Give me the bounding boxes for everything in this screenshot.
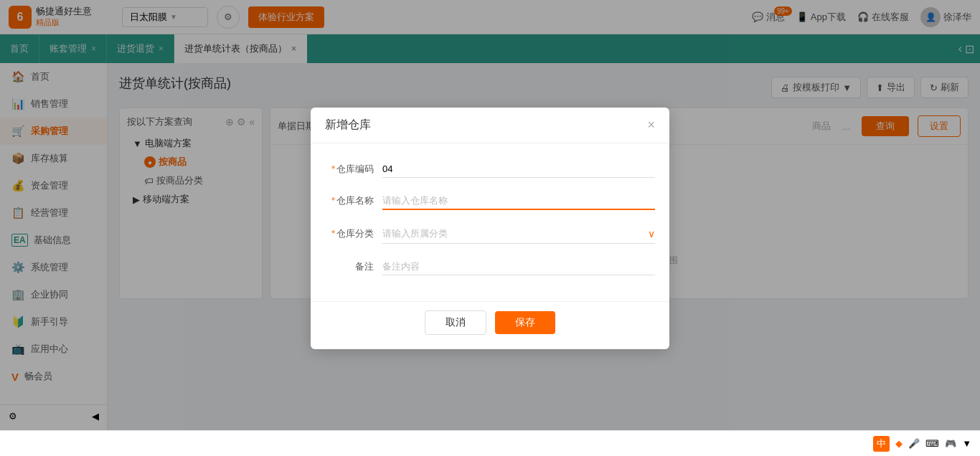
bottom-bar: 中 ◆ 🎤 ⌨ 🎮 ▼ [0, 430, 980, 456]
code-label: 仓库编码 [325, 163, 382, 176]
new-warehouse-dialog: 新增仓库 × 仓库编码 仓库名称 仓库分类 请输入所属分类 ∨ [311, 108, 669, 349]
bottom-chevron-icon[interactable]: ▼ [962, 438, 971, 449]
dialog-header: 新增仓库 × [311, 108, 669, 143]
dialog-title: 新增仓库 [325, 118, 371, 133]
form-row-code: 仓库编码 [325, 161, 655, 178]
code-input[interactable] [382, 161, 655, 178]
dialog-footer: 取消 保存 [311, 302, 669, 349]
form-row-name: 仓库名称 [325, 192, 655, 210]
name-input[interactable] [382, 192, 655, 210]
form-row-category: 仓库分类 请输入所属分类 ∨ [325, 224, 655, 244]
remark-input[interactable] [382, 258, 655, 275]
category-dropdown-icon: ∨ [648, 228, 655, 239]
dialog-body: 仓库编码 仓库名称 仓库分类 请输入所属分类 ∨ 备注 [311, 143, 669, 301]
category-placeholder: 请输入所属分类 [382, 227, 448, 240]
category-label: 仓库分类 [325, 227, 382, 240]
save-button[interactable]: 保存 [495, 311, 555, 334]
category-select[interactable]: 请输入所属分类 ∨ [382, 224, 655, 244]
bottom-zh-icon[interactable]: 中 [873, 436, 890, 452]
remark-label: 备注 [325, 260, 382, 273]
bottom-keyboard-icon[interactable]: ⌨ [925, 438, 939, 449]
bottom-mic-icon[interactable]: 🎤 [908, 438, 920, 449]
form-row-remark: 备注 [325, 258, 655, 275]
bottom-diamond-icon[interactable]: ◆ [895, 438, 903, 449]
dialog-close-button[interactable]: × [647, 118, 655, 133]
overlay: 新增仓库 × 仓库编码 仓库名称 仓库分类 请输入所属分类 ∨ [0, 0, 980, 456]
name-label: 仓库名称 [325, 194, 382, 207]
bottom-game-icon[interactable]: 🎮 [945, 438, 956, 449]
cancel-button[interactable]: 取消 [425, 310, 486, 335]
